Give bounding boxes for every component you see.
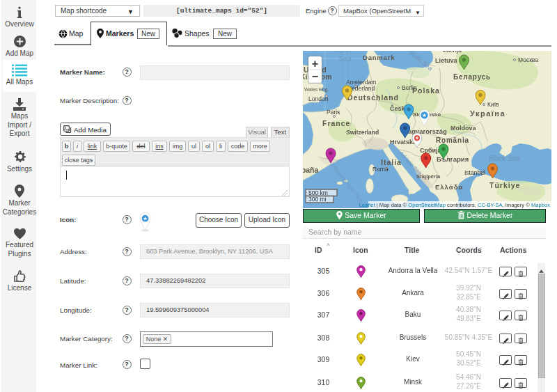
svg-text:+: + xyxy=(312,58,318,70)
svg-text:Ελλάδα: Ελλάδα xyxy=(435,183,463,191)
svg-text:Shqipëria: Shqipëria xyxy=(416,173,441,180)
svg-text:Paris: Paris xyxy=(327,109,340,116)
svg-text:Black Sea: Black Sea xyxy=(489,155,520,162)
svg-text:Istanbul: Istanbul xyxy=(464,169,485,176)
svg-text:Wales: Wales xyxy=(304,87,318,92)
svg-text:500 km: 500 km xyxy=(308,189,328,196)
svg-text:London: London xyxy=(308,95,329,102)
svg-text:Беларусь: Беларусь xyxy=(453,73,491,81)
svg-text:−: − xyxy=(312,70,318,82)
svg-text:Latvija: Latvija xyxy=(443,51,462,54)
svg-text:Switzerland: Switzerland xyxy=(346,129,379,136)
svg-text:Türkiye: Türkiye xyxy=(489,181,520,189)
svg-text:Deutschland: Deutschland xyxy=(347,93,399,102)
svg-text:Москва: Москва xyxy=(518,56,538,63)
svg-text:Eng.: Eng. xyxy=(319,87,329,93)
svg-text:България: България xyxy=(437,155,469,163)
svg-text:France: France xyxy=(322,119,350,127)
svg-text:Україна: Україна xyxy=(470,109,505,118)
svg-text:Danmark: Danmark xyxy=(363,54,395,61)
svg-text:Sea: Sea xyxy=(338,54,352,63)
svg-text:Mediterranean Sea: Mediterranean Sea xyxy=(329,162,363,204)
svg-text:Leaflet | Map data © OpenStree: Leaflet | Map data © OpenStreetMap contr… xyxy=(359,202,550,208)
svg-text:España: España xyxy=(303,166,319,174)
svg-text:300 mi: 300 mi xyxy=(308,196,327,203)
svg-text:Roma: Roma xyxy=(372,166,389,173)
svg-text:Київ: Київ xyxy=(487,101,499,108)
svg-text:Berlin: Berlin xyxy=(402,84,417,91)
svg-text:Moldova: Moldova xyxy=(450,125,476,132)
svg-text:Lietuva: Lietuva xyxy=(435,57,458,64)
svg-text:România: România xyxy=(436,136,469,144)
